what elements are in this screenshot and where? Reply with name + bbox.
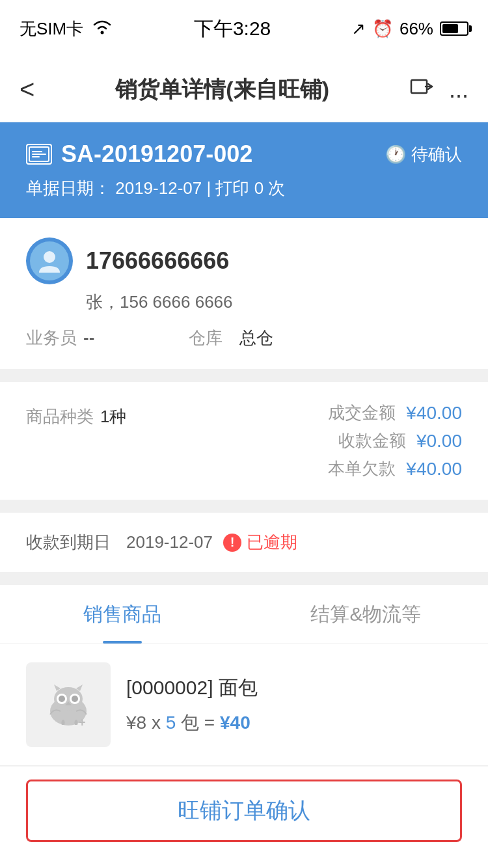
tabs-section: 销售商品 结算&物流等 — [0, 585, 488, 644]
tab-underline — [103, 641, 142, 644]
sales-label: 业务员 — [26, 327, 77, 349]
receipt-amount: ¥0.00 — [416, 431, 462, 452]
summary-left: 商品种类 1种 — [26, 401, 328, 428]
status-left: 无SIM卡 — [20, 18, 113, 40]
product-name: [0000002] 面包 — [126, 675, 462, 701]
overdue-text: 已逾期 — [247, 531, 297, 554]
product-code: [0000002] — [126, 677, 213, 698]
svg-rect-1 — [411, 80, 427, 93]
nav-bar: < 销货单详情(来自旺铺) ... — [0, 57, 488, 122]
owl-logo: + — [42, 682, 94, 727]
summary-right: 成交金额 ¥40.00 收款金额 ¥0.00 本单欠款 ¥40.00 — [328, 401, 462, 480]
owed-row: 本单欠款 ¥40.00 — [328, 457, 462, 480]
svg-text:+: + — [79, 716, 86, 727]
summary-section: 商品种类 1种 成交金额 ¥40.00 收款金额 ¥0.00 本单欠款 ¥40.… — [0, 382, 488, 500]
due-date-label: 收款到期日 — [26, 531, 111, 554]
avatar-inner — [30, 241, 69, 280]
owed-amount: ¥40.00 — [406, 459, 462, 480]
confirm-order-button[interactable]: 旺铺订单确认 — [26, 780, 462, 842]
customer-row: 17666666666 — [26, 237, 462, 284]
order-date-row: 单据日期： 2019-12-07 | 打印 0 次 — [26, 177, 462, 200]
avatar — [26, 237, 73, 284]
order-id-row: SA-20191207-002 🕐 待确认 — [26, 141, 462, 168]
product-total: ¥40 — [220, 712, 251, 733]
deal-amount-row: 成交金额 ¥40.00 — [328, 401, 462, 424]
owed-label: 本单欠款 — [328, 457, 396, 480]
warehouse-label: 仓库 — [189, 327, 223, 349]
product-price: ¥8 x 5 包 = ¥40 — [126, 711, 462, 735]
product-title: 面包 — [219, 677, 258, 698]
status-clock-icon: 🕐 — [385, 144, 406, 165]
order-id: SA-20191207-002 — [26, 141, 252, 168]
print-count: 0 — [254, 178, 264, 198]
qty-unit: 包 — [181, 712, 199, 733]
product-type-value: 1种 — [100, 405, 126, 428]
order-date: 2019-12-07 — [115, 178, 202, 198]
svg-point-11 — [72, 696, 78, 702]
overdue-icon: ! — [223, 534, 241, 552]
carrier-label: 无SIM卡 — [20, 18, 83, 40]
due-section: 收款到期日 2019-12-07 ! 已逾期 — [0, 513, 488, 572]
equals-sign: = — [204, 712, 220, 733]
product-image: + — [26, 662, 111, 747]
due-date-value: 2019-12-07 — [126, 532, 213, 552]
deal-amount-value: ¥40.00 — [406, 403, 462, 424]
product-section: + [0000002] 面包 ¥8 x 5 包 = ¥40 — [0, 644, 488, 765]
customer-phone: 17666666666 — [86, 247, 229, 275]
svg-point-0 — [101, 31, 104, 34]
print-unit: 次 — [268, 178, 285, 198]
battery-percent: 66% — [400, 19, 433, 39]
sales-meta: 业务员 -- — [26, 327, 94, 349]
receipt-row: 收款金额 ¥0.00 — [338, 429, 462, 452]
tab-products-label: 销售商品 — [83, 601, 161, 628]
more-icon[interactable]: ... — [449, 76, 468, 103]
order-id-text: SA-20191207-002 — [61, 141, 252, 168]
svg-point-3 — [44, 251, 55, 263]
wifi-icon — [91, 18, 113, 40]
warehouse-meta: 仓库 总仓 — [189, 327, 273, 349]
status-bar: 无SIM卡 下午3:28 ↗ ⏰ 66% — [0, 0, 488, 57]
nav-actions: ... — [410, 75, 468, 104]
order-status: 🕐 待确认 — [385, 143, 462, 166]
tab-products[interactable]: 销售商品 — [0, 585, 244, 644]
alarm-icon: ⏰ — [372, 19, 393, 39]
location-icon: ↗ — [351, 19, 366, 39]
sales-value: -- — [83, 328, 94, 348]
deal-amount-label: 成交金额 — [328, 401, 396, 424]
customer-name: 张，156 6666 6666 — [86, 291, 462, 314]
tab-settlement-label: 结算&物流等 — [310, 601, 421, 628]
battery-icon — [440, 21, 468, 36]
status-text: 待确认 — [411, 143, 462, 166]
status-right: ↗ ⏰ 66% — [351, 19, 468, 39]
overdue-badge: ! 已逾期 — [223, 531, 297, 554]
print-label: | 打印 — [206, 178, 249, 198]
tab-settlement[interactable]: 结算&物流等 — [244, 585, 488, 644]
warehouse-value: 总仓 — [239, 327, 273, 349]
order-header-card: SA-20191207-002 🕐 待确认 单据日期： 2019-12-07 |… — [0, 122, 488, 218]
product-qty: 5 — [166, 712, 176, 733]
receipt-label: 收款金额 — [338, 429, 406, 452]
svg-point-10 — [59, 696, 65, 702]
customer-meta: 业务员 -- 仓库 总仓 — [26, 327, 462, 349]
share-icon[interactable] — [410, 75, 433, 104]
customer-section: 17666666666 张，156 6666 6666 业务员 -- 仓库 总仓 — [0, 218, 488, 369]
order-type-icon — [26, 144, 52, 165]
status-time: 下午3:28 — [194, 16, 271, 42]
back-button[interactable]: < — [20, 75, 34, 104]
confirm-button-wrap: 旺铺订单确认 — [0, 766, 488, 868]
price-label: ¥8 x — [126, 712, 166, 733]
date-label: 单据日期： — [26, 178, 111, 198]
product-info: [0000002] 面包 ¥8 x 5 包 = ¥40 — [126, 675, 462, 735]
nav-title: 销货单详情(来自旺铺) — [115, 75, 329, 105]
product-type-label: 商品种类 — [26, 405, 94, 428]
